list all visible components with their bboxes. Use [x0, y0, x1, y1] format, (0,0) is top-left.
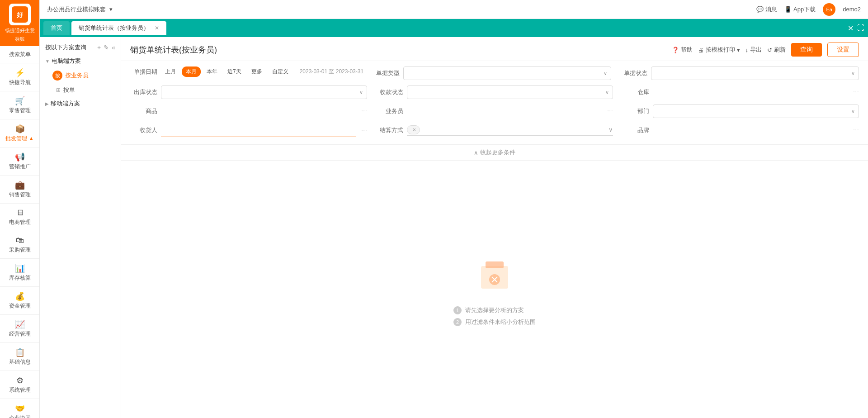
- suite-dropdown-icon[interactable]: ▾: [109, 6, 113, 13]
- refresh-btn[interactable]: ↺ 刷新: [767, 46, 786, 54]
- svg-rect-3: [486, 261, 504, 268]
- receiver-dots[interactable]: ···: [361, 126, 367, 134]
- help-label: 帮助: [681, 46, 693, 54]
- stock-icon: 📊: [15, 263, 25, 273]
- filter-area: 单据日期 上月 本月 本年 近7天 更多 自定义 2023-03-01 至 20…: [121, 61, 868, 145]
- payment-status-arrow: ∨: [605, 90, 609, 95]
- wholesale-icon: 📦: [15, 124, 25, 134]
- warehouse-dots[interactable]: ···: [853, 88, 859, 96]
- template-print-btn[interactable]: 🖨 按模板打印 ▾: [698, 46, 740, 54]
- sidebar-item-finance[interactable]: 💰 资金管理: [0, 287, 39, 315]
- sidebar-item-sales[interactable]: 💼 销售管理: [0, 176, 39, 204]
- tab-home[interactable]: 首页: [43, 21, 70, 35]
- warehouse-label: 仓库: [622, 88, 649, 96]
- sidebar-item-collab[interactable]: 🤝 企业协同: [0, 399, 39, 418]
- scheme-group-pc-title[interactable]: ▼ 电脑端方案: [43, 54, 117, 68]
- page-content: 按以下方案查询 + ✎ « ▼ 电脑端方案 按 按业务员 ⊞ 按: [40, 37, 868, 418]
- sidebar-item-marketing[interactable]: 📢 营销推广: [0, 147, 39, 176]
- sidebar: 好 畅捷通好生意 标账 搜索菜单 ⚡ 快捷导航 🛒 零售管理 📦 批发管理 ▲ …: [0, 0, 40, 418]
- page-header-actions: ❓ 帮助 🖨 按模板打印 ▾ ↓ 导出 ↺ 刷新: [672, 43, 859, 57]
- department-label: 部门: [622, 107, 649, 115]
- collapse-panel-icon[interactable]: «: [112, 44, 115, 51]
- basic-label: 基础信息: [9, 358, 31, 366]
- empty-tip-1: 1 请先选择要分析的方案: [453, 306, 536, 314]
- sidebar-item-quicknav[interactable]: ⚡ 快捷导航: [0, 63, 39, 91]
- template-print-label: 按模板打印: [706, 46, 735, 54]
- brand-dots[interactable]: ···: [853, 126, 859, 134]
- svg-text:好: 好: [16, 11, 24, 19]
- doc-type-arrow: ∨: [604, 71, 607, 76]
- sidebar-item-ops[interactable]: 📈 经营管理: [0, 315, 39, 343]
- empty-state: 1 请先选择要分析的方案 2 用过滤条件来缩小分析范围: [121, 161, 868, 418]
- collapse-btn[interactable]: ∧ 收起更多条件: [474, 148, 515, 157]
- tab-sales-stat-label: 销货单统计表（按业务员）: [79, 24, 149, 32]
- pc-group-label: 电脑端方案: [52, 57, 81, 65]
- add-scheme-icon[interactable]: +: [97, 44, 101, 51]
- avatar[interactable]: Ea: [823, 3, 835, 16]
- left-panel-actions: + ✎ «: [97, 44, 115, 51]
- tab-maximize-btn[interactable]: ⛶: [857, 24, 864, 32]
- date-btn-last-month[interactable]: 上月: [161, 66, 180, 77]
- sidebar-item-basic[interactable]: 📋 基础信息: [0, 343, 39, 371]
- scheme-group-mobile-title[interactable]: ▶ 移动端方案: [43, 97, 117, 110]
- export-btn[interactable]: ↓ 导出: [745, 46, 762, 54]
- mobile-group-arrow: ▶: [45, 101, 49, 106]
- tab-bar: 首页 销货单统计表（按业务员） ✕ ✕ ⛶: [40, 19, 868, 37]
- doc-type-label: 单据类型: [373, 69, 400, 77]
- sales-label: 销售管理: [9, 191, 31, 199]
- search-menu[interactable]: 搜索菜单: [0, 46, 39, 63]
- pc-group-arrow: ▼: [45, 59, 50, 64]
- settings-btn[interactable]: 设置: [827, 43, 859, 57]
- purchase-icon: 🛍: [16, 236, 24, 245]
- mobile-group-label: 移动端方案: [51, 100, 80, 108]
- sales-icon: 💼: [15, 180, 25, 190]
- tab-actions: ✕ ⛶: [848, 24, 864, 33]
- message-icon: 💬: [756, 6, 764, 13]
- empty-illustration: [472, 252, 517, 299]
- department-select[interactable]: ∨: [653, 104, 859, 118]
- system-icon: ⚙: [16, 375, 24, 385]
- sidebar-item-ecom[interactable]: 🖥 电商管理: [0, 204, 39, 231]
- settlement-label: 结算方式: [376, 126, 403, 134]
- system-label: 系统管理: [9, 386, 31, 394]
- edit-scheme-icon[interactable]: ✎: [104, 44, 109, 51]
- sidebar-item-purchase[interactable]: 🛍 采购管理: [0, 231, 39, 259]
- scheme-item-by-salesperson[interactable]: 按 按业务员: [43, 68, 117, 83]
- collapse-icon: ∧: [474, 149, 478, 156]
- ops-label: 经营管理: [9, 330, 31, 338]
- settlement-tag-close[interactable]: ×: [413, 127, 416, 133]
- help-btn[interactable]: ❓ 帮助: [672, 46, 693, 54]
- tab-close-icon[interactable]: ✕: [155, 25, 159, 31]
- date-btn-this-year[interactable]: 本年: [203, 66, 222, 77]
- scheme-item-by-order[interactable]: ⊞ 按单: [43, 83, 117, 97]
- tab-sales-stat[interactable]: 销货单统计表（按业务员） ✕: [71, 21, 166, 35]
- basic-icon: 📋: [15, 347, 25, 357]
- sidebar-item-wholesale[interactable]: 📦 批发管理 ▲: [0, 119, 39, 147]
- page-title: 销货单统计表(按业务员): [130, 44, 217, 55]
- collapse-label: 收起更多条件: [480, 148, 515, 157]
- header-right: 💬 消息 📱 App下载 Ea demo2: [756, 3, 861, 16]
- out-status-select[interactable]: ∨: [161, 86, 367, 99]
- sidebar-item-retail[interactable]: 🛒 零售管理: [0, 91, 39, 119]
- salesperson-dots[interactable]: ···: [607, 107, 613, 115]
- goods-dots[interactable]: ···: [361, 107, 367, 115]
- doc-type-select[interactable]: ∨: [403, 66, 611, 80]
- date-btn-this-month[interactable]: 本月: [182, 66, 201, 77]
- sidebar-item-system[interactable]: ⚙ 系统管理: [0, 371, 39, 399]
- sidebar-item-stock[interactable]: 📊 库存核算: [0, 259, 39, 287]
- date-btn-more[interactable]: 更多: [247, 66, 266, 77]
- query-btn[interactable]: 查询: [791, 43, 822, 57]
- tab-minimize-btn[interactable]: ✕: [848, 24, 854, 33]
- app-download-btn[interactable]: 📱 App下载: [784, 5, 816, 14]
- payment-status-select[interactable]: ∨: [407, 86, 613, 99]
- app-logo: 好 畅捷通好生意 标账: [0, 0, 39, 46]
- doc-status-select[interactable]: ∨: [651, 66, 859, 80]
- settlement-tag: ×: [407, 125, 420, 134]
- date-btn-last7[interactable]: 近7天: [223, 66, 245, 77]
- message-btn[interactable]: 💬 消息: [756, 5, 777, 14]
- date-btn-custom[interactable]: 自定义: [268, 66, 292, 77]
- print-icon: 🖨: [698, 47, 704, 53]
- receiver-input[interactable]: [161, 124, 356, 137]
- main-area: 办公用品行业模拟账套 ▾ 💬 消息 📱 App下载 Ea demo2 首页 销货…: [40, 0, 868, 418]
- marketing-label: 营销推广: [9, 163, 31, 171]
